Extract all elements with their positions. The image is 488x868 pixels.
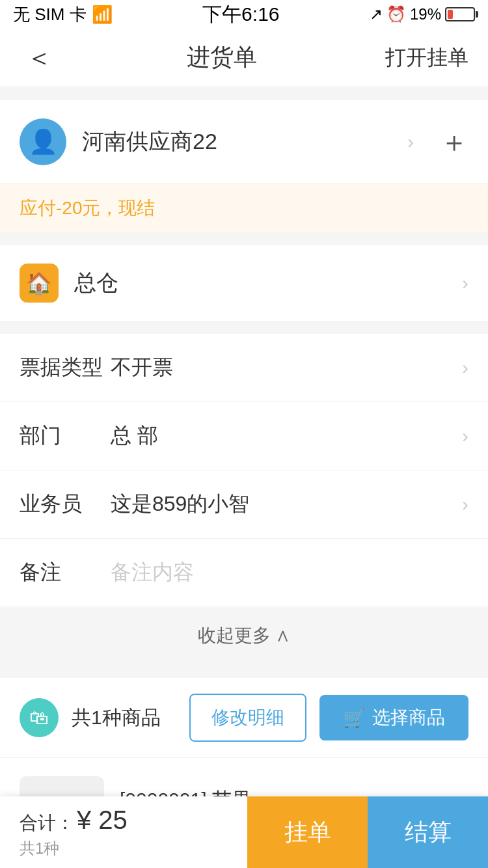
select-product-button[interactable]: 🛒 选择商品 bbox=[319, 695, 468, 740]
supplier-section: 👤 河南供应商22 › ＋ 应付-20元，现结 bbox=[0, 100, 488, 232]
nav-bar: ＜ 进货单 打开挂单 bbox=[0, 29, 488, 87]
select-product-label: 选择商品 bbox=[372, 705, 445, 730]
collapse-button[interactable]: 收起更多 ∧ bbox=[0, 606, 488, 665]
battery-icon bbox=[445, 7, 475, 21]
user-icon: 👤 bbox=[29, 128, 58, 156]
invoice-type-label: 票据类型 bbox=[20, 353, 111, 382]
total-label: 合计： bbox=[20, 811, 74, 835]
remark-label: 备注 bbox=[20, 558, 111, 587]
department-chevron-icon: › bbox=[462, 425, 468, 447]
warehouse-section: 🏠 总仓 › bbox=[0, 245, 488, 321]
add-supplier-button[interactable]: ＋ bbox=[440, 123, 468, 161]
alarm-icon: ⏰ bbox=[386, 5, 406, 23]
edit-detail-button[interactable]: 修改明细 bbox=[189, 694, 306, 742]
total-row: 合计： ¥ 25 bbox=[20, 806, 228, 835]
bottom-bar: 合计： ¥ 25 共1种 挂单 结算 bbox=[0, 796, 488, 868]
form-section: 票据类型 不开票 › 部门 总 部 › 业务员 这是859的小智 › 备注 备注… bbox=[0, 334, 488, 606]
remark-row[interactable]: 备注 备注内容 bbox=[0, 539, 488, 606]
back-button[interactable]: ＜ bbox=[20, 33, 59, 82]
collapse-label: 收起更多 ∧ bbox=[198, 625, 291, 645]
product-count-label: 共1种商品 bbox=[72, 705, 176, 731]
hang-label: 挂单 bbox=[284, 817, 331, 848]
checkout-label: 结算 bbox=[405, 817, 452, 848]
status-right: ↗ ⏰ 19% bbox=[370, 5, 475, 23]
status-time: 下午6:16 bbox=[202, 1, 279, 28]
department-row[interactable]: 部门 总 部 › bbox=[0, 402, 488, 470]
total-section: 合计： ¥ 25 共1种 bbox=[0, 796, 247, 868]
invoice-type-row[interactable]: 票据类型 不开票 › bbox=[0, 334, 488, 402]
salesperson-value: 这是859的小智 bbox=[111, 490, 462, 519]
warehouse-name: 总仓 bbox=[74, 268, 462, 298]
product-header: 🛍 共1种商品 修改明细 🛒 选择商品 bbox=[0, 678, 488, 757]
salesperson-label: 业务员 bbox=[20, 490, 111, 519]
department-label: 部门 bbox=[20, 422, 111, 450]
info-banner-text: 应付-20元，现结 bbox=[20, 198, 155, 218]
total-count: 共1种 bbox=[20, 838, 228, 859]
supplier-avatar: 👤 bbox=[20, 118, 66, 165]
product-count-icon: 🛍 bbox=[20, 698, 59, 737]
battery-percent: 19% bbox=[410, 5, 441, 23]
warehouse-chevron-icon: › bbox=[462, 272, 468, 294]
location-icon: ↗ bbox=[370, 5, 383, 23]
status-bar: 无 SIM 卡 📶 下午6:16 ↗ ⏰ 19% bbox=[0, 0, 488, 29]
remark-placeholder: 备注内容 bbox=[111, 558, 468, 587]
invoice-type-value: 不开票 bbox=[111, 353, 462, 382]
total-amount: ¥ 25 bbox=[77, 806, 128, 835]
open-pending-button[interactable]: 打开挂单 bbox=[385, 44, 468, 72]
checkout-button[interactable]: 结算 bbox=[368, 796, 488, 868]
house-icon: 🏠 bbox=[26, 271, 52, 295]
cart-icon: 🛒 bbox=[343, 707, 366, 729]
department-value: 总 部 bbox=[111, 422, 462, 450]
supplier-chevron-icon: › bbox=[407, 131, 414, 153]
info-banner: 应付-20元，现结 bbox=[0, 184, 488, 232]
status-left: 无 SIM 卡 📶 bbox=[13, 3, 113, 26]
bag-icon: 🛍 bbox=[29, 707, 49, 729]
hang-button[interactable]: 挂单 bbox=[247, 796, 368, 868]
warehouse-icon: 🏠 bbox=[20, 264, 59, 303]
supplier-row[interactable]: 👤 河南供应商22 › ＋ bbox=[0, 100, 488, 184]
wifi-icon: 📶 bbox=[92, 5, 113, 25]
nav-title: 进货单 bbox=[187, 42, 257, 74]
salesperson-chevron-icon: › bbox=[462, 493, 468, 515]
carrier-label: 无 SIM 卡 bbox=[13, 3, 87, 26]
warehouse-row[interactable]: 🏠 总仓 › bbox=[0, 245, 488, 321]
salesperson-row[interactable]: 业务员 这是859的小智 › bbox=[0, 470, 488, 539]
invoice-type-chevron-icon: › bbox=[462, 357, 468, 379]
supplier-name: 河南供应商22 bbox=[82, 127, 407, 157]
